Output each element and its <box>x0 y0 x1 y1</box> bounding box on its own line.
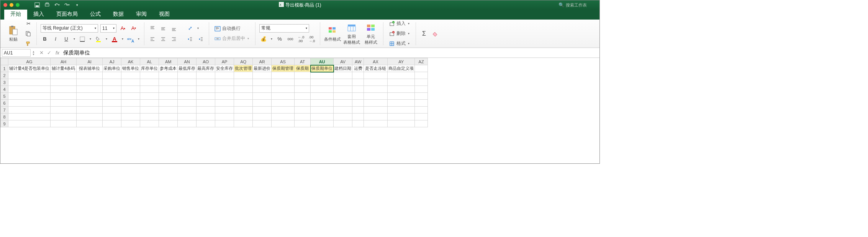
cell[interactable] <box>103 79 121 86</box>
col-header-AK[interactable]: AK <box>121 58 140 65</box>
cell[interactable] <box>415 79 428 86</box>
cell[interactable] <box>388 72 415 79</box>
cell[interactable] <box>364 120 388 127</box>
cell[interactable] <box>334 79 352 86</box>
cell[interactable] <box>234 93 253 100</box>
cell[interactable] <box>215 107 234 114</box>
cell[interactable] <box>415 86 428 93</box>
search-box[interactable]: 🔍 <box>555 2 599 8</box>
decrease-decimal-icon[interactable]: .00→.0 <box>308 35 316 43</box>
cell[interactable] <box>215 72 234 79</box>
zoom-button[interactable] <box>16 3 20 7</box>
cell[interactable] <box>334 114 352 120</box>
search-input[interactable] <box>566 3 596 7</box>
cell[interactable] <box>103 100 121 107</box>
cell[interactable]: 建档日期 <box>334 65 352 72</box>
cell[interactable] <box>415 72 428 79</box>
cell[interactable] <box>415 120 428 127</box>
cell[interactable] <box>121 107 140 114</box>
cell[interactable]: 最低库存 <box>178 65 197 72</box>
name-box[interactable]: AU1 <box>2 49 31 57</box>
name-box-stepper[interactable]: ▲▼ <box>32 50 35 56</box>
cell[interactable]: 辅计量4条码 <box>51 65 77 72</box>
cell[interactable] <box>334 107 352 114</box>
cell-style-button[interactable]: 单元 格样式 <box>362 22 379 45</box>
curr-dd[interactable]: ▾ <box>270 37 273 41</box>
italic-button[interactable]: I <box>51 35 60 43</box>
cell[interactable] <box>295 79 311 86</box>
tab-insert[interactable]: 插入 <box>27 9 50 20</box>
cell[interactable] <box>295 86 311 93</box>
cell[interactable] <box>415 100 428 107</box>
formula-input[interactable] <box>62 50 599 56</box>
cell[interactable] <box>388 107 415 114</box>
cell[interactable] <box>272 79 295 86</box>
cell[interactable] <box>311 72 334 79</box>
border-icon[interactable] <box>78 35 87 43</box>
cell[interactable] <box>234 86 253 93</box>
bold-button[interactable]: B <box>41 35 49 43</box>
cell[interactable] <box>159 107 178 114</box>
cell[interactable] <box>140 86 159 93</box>
cell[interactable] <box>272 86 295 93</box>
cell[interactable] <box>140 100 159 107</box>
spreadsheet-grid[interactable]: AGAHAIAJAKALAMANAOAPAQARASATAUAVAWAXAYAZ… <box>0 58 599 163</box>
cell[interactable] <box>159 100 178 107</box>
col-header-AI[interactable]: AI <box>77 58 103 65</box>
cell[interactable]: 保质期管理 <box>272 65 295 72</box>
table-format-button[interactable]: 套用 表格格式 <box>343 22 360 45</box>
cell[interactable] <box>140 107 159 114</box>
col-header-AY[interactable]: AY <box>388 58 415 65</box>
col-header-AS[interactable]: AS <box>272 58 295 65</box>
row-header[interactable]: 3 <box>1 79 8 86</box>
cell[interactable] <box>295 72 311 79</box>
paste-button[interactable]: 粘贴 <box>5 25 22 42</box>
cell[interactable] <box>364 86 388 93</box>
cell[interactable] <box>364 107 388 114</box>
cell[interactable] <box>334 100 352 107</box>
row-header[interactable]: 9 <box>1 120 8 127</box>
cell[interactable] <box>215 114 234 120</box>
cell[interactable] <box>51 72 77 79</box>
cell[interactable]: 采购单位 <box>103 65 121 72</box>
font-size-select[interactable]: 11▾ <box>100 24 116 33</box>
cell[interactable]: 保质期 <box>295 65 311 72</box>
cell[interactable] <box>253 100 272 107</box>
number-format-select[interactable]: 常规▾ <box>259 24 309 33</box>
cell[interactable] <box>234 79 253 86</box>
orient-dd[interactable]: ▾ <box>197 26 200 30</box>
align-left-icon[interactable] <box>148 35 157 43</box>
cell[interactable] <box>51 114 77 120</box>
font-color-icon[interactable]: A <box>110 35 119 43</box>
col-header-AL[interactable]: AL <box>140 58 159 65</box>
cell[interactable] <box>295 114 311 120</box>
cell[interactable] <box>311 86 334 93</box>
cell[interactable] <box>140 114 159 120</box>
cell[interactable] <box>364 93 388 100</box>
cell[interactable] <box>178 100 197 107</box>
col-header-AT[interactable]: AT <box>295 58 311 65</box>
cell[interactable] <box>388 93 415 100</box>
row-header[interactable]: 2 <box>1 72 8 79</box>
cell[interactable] <box>215 100 234 107</box>
cell[interactable]: 报表辅单位 <box>77 65 103 72</box>
cell[interactable] <box>234 114 253 120</box>
cond-format-button[interactable]: 条件格式 <box>324 25 341 42</box>
cell[interactable] <box>159 86 178 93</box>
col-header-AV[interactable]: AV <box>334 58 352 65</box>
cell[interactable]: 批次管理 <box>234 65 253 72</box>
cell[interactable] <box>272 100 295 107</box>
cell[interactable] <box>295 120 311 127</box>
tab-view[interactable]: 视图 <box>153 9 176 20</box>
cell[interactable] <box>51 79 77 86</box>
cell[interactable] <box>159 120 178 127</box>
align-top-icon[interactable] <box>148 24 157 33</box>
cell[interactable] <box>77 107 103 114</box>
cell[interactable] <box>197 120 215 127</box>
fill-color-icon[interactable] <box>94 35 103 43</box>
print-icon[interactable] <box>44 2 50 8</box>
cell[interactable]: 最新进价 <box>253 65 272 72</box>
cell[interactable] <box>77 114 103 120</box>
align-center-icon[interactable] <box>159 35 167 43</box>
cell[interactable] <box>103 72 121 79</box>
